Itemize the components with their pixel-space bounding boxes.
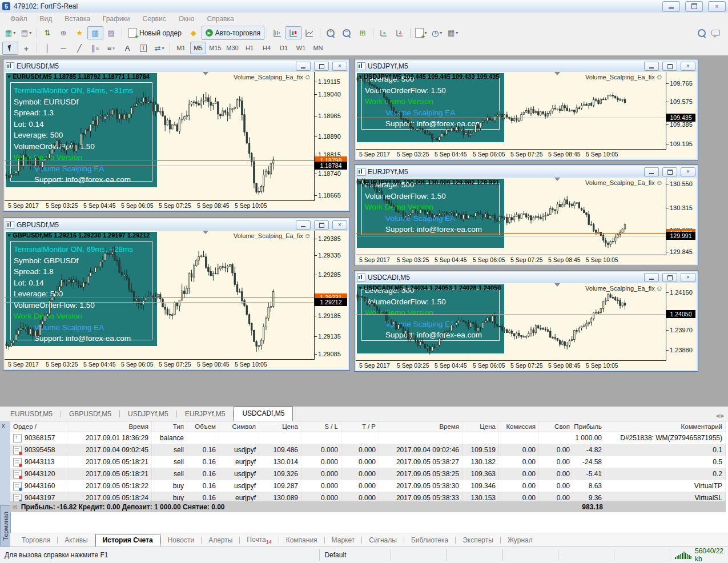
text-button[interactable]: A bbox=[119, 42, 135, 55]
column-header[interactable]: Комиссия bbox=[499, 421, 539, 432]
chart-tab-usdcadfm5[interactable]: USDCADf,M5 bbox=[234, 407, 293, 421]
ea-label[interactable]: Volume_Scalping_Ea_fix☺ bbox=[585, 179, 663, 187]
column-header[interactable]: Комментарий bbox=[605, 421, 726, 432]
tile-windows-button[interactable]: ⊞ bbox=[355, 26, 371, 39]
chart-tab-eurjpyfm5[interactable]: EURJPYf,M5 bbox=[177, 408, 234, 421]
period-button-M5[interactable]: M5 bbox=[190, 42, 206, 54]
column-header[interactable]: T / P bbox=[341, 421, 379, 432]
chart-window-titlebar[interactable]: GBPUSDf,M5× bbox=[5, 219, 348, 231]
menu-Сервис[interactable]: Сервис bbox=[137, 14, 172, 24]
chart-close-button[interactable]: × bbox=[332, 62, 347, 71]
arrows-button[interactable]: ⇄▾ bbox=[151, 42, 167, 55]
crosshair-tool-button[interactable]: + bbox=[18, 42, 34, 55]
title-bar[interactable]: 5 479102: FortFS-Real × bbox=[0, 0, 728, 13]
menu-Справка[interactable]: Справка bbox=[202, 14, 240, 24]
chart-minimize-button[interactable] bbox=[644, 167, 659, 176]
column-header[interactable]: Цена bbox=[462, 421, 499, 432]
zoom-in-button[interactable]: + bbox=[323, 26, 339, 39]
chart-tab-usdjpyfm5[interactable]: USDJPYf,M5 bbox=[120, 408, 176, 421]
status-profile[interactable]: Default bbox=[320, 547, 391, 563]
new-order-button[interactable]: + Новый ордер bbox=[124, 26, 186, 40]
terminal-tab-библиотека[interactable]: Библиотека bbox=[404, 534, 455, 546]
chart-restore-button[interactable] bbox=[314, 220, 329, 230]
chart-minimize-button[interactable] bbox=[296, 220, 311, 230]
ea-label[interactable]: Volume_Scalping_Ea_fix☺ bbox=[234, 232, 311, 240]
chart-restore-button[interactable] bbox=[662, 273, 677, 282]
menu-Окно[interactable]: Окно bbox=[173, 14, 200, 24]
terminal-close-icon[interactable]: x bbox=[2, 423, 5, 428]
period-button-H4[interactable]: H4 bbox=[259, 42, 275, 54]
column-header[interactable]: Цена bbox=[259, 421, 301, 432]
close-button[interactable]: × bbox=[708, 1, 726, 12]
column-header[interactable]: S / L bbox=[301, 421, 341, 432]
column-header[interactable]: Время bbox=[67, 421, 152, 432]
terminal-tab-торговля[interactable]: Торговля bbox=[15, 534, 57, 546]
chart-restore-button[interactable] bbox=[662, 167, 677, 176]
horizontal-line-button[interactable]: ─ bbox=[55, 42, 71, 55]
terminal-tab-эксперты[interactable]: Эксперты bbox=[456, 534, 500, 546]
table-header-row[interactable]: Ордер /ВремяТипОбъемСимволЦенаS / LT / P… bbox=[10, 421, 726, 432]
column-header[interactable]: Объем bbox=[187, 421, 219, 432]
history-row-90443120[interactable]: 904431202017.09.05 05:18:21sell0.16usdjp… bbox=[10, 468, 726, 480]
terminal-tab-история-счета[interactable]: История Счета bbox=[95, 534, 160, 547]
terminal-tab-журнал[interactable]: Журнал bbox=[501, 534, 540, 546]
history-row-90443160[interactable]: 904431602017.09.05 05:18:22buy0.16usdjpy… bbox=[10, 480, 726, 492]
history-row-90443113[interactable]: 904431132017.09.05 05:18:21sell0.16eurjp… bbox=[10, 456, 726, 468]
favorites-button[interactable]: ★ bbox=[71, 26, 87, 39]
new-chart-button[interactable]: ▦▾ bbox=[2, 26, 18, 39]
chart-close-button[interactable]: × bbox=[681, 167, 695, 176]
chart-minimize-button[interactable] bbox=[296, 62, 311, 71]
autotrade-button[interactable]: ▶ Авто-торговля bbox=[202, 26, 264, 40]
period-button-M1[interactable]: M1 bbox=[173, 42, 189, 54]
ea-label[interactable]: Volume_Scalping_Ea_fix☺ bbox=[234, 73, 311, 81]
fibonacci-button[interactable]: ≡F bbox=[103, 42, 119, 55]
chart-plot-eurjpyf[interactable]: Leverage: 500VolumeOrderFlow: 1.50Work D… bbox=[356, 178, 666, 255]
chart-plot-eurusdf[interactable]: TerminalMonitor ON, 84ms, ~31msSymbol: E… bbox=[5, 72, 315, 201]
data-window-button[interactable]: ▨ bbox=[103, 26, 119, 39]
terminal-tab-новости[interactable]: Новости bbox=[161, 534, 201, 546]
column-header[interactable]: Ордер / bbox=[10, 421, 67, 432]
menu-Вставка[interactable]: Вставка bbox=[59, 14, 96, 24]
column-header[interactable]: Символ bbox=[219, 421, 259, 432]
chart-window-titlebar[interactable]: EURUSDf,M5× bbox=[5, 61, 348, 72]
column-header[interactable]: Тип bbox=[152, 421, 187, 432]
chart-close-button[interactable]: × bbox=[332, 220, 347, 230]
vertical-line-button[interactable]: │ bbox=[39, 42, 55, 55]
ea-label[interactable]: Volume_Scalping_Ea_fix☺ bbox=[585, 73, 663, 81]
chart-window-titlebar[interactable]: USDCADf,M5× bbox=[356, 272, 697, 283]
text-label-button[interactable]: T bbox=[135, 42, 151, 55]
chart-minimize-button[interactable] bbox=[644, 62, 659, 71]
terminal-tab-почта[interactable]: Почта14 bbox=[240, 534, 278, 546]
channel-button[interactable]: ∥E bbox=[87, 42, 103, 55]
period-button-M30[interactable]: M30 bbox=[224, 42, 240, 54]
chart-restore-button[interactable] bbox=[314, 62, 329, 71]
history-row-90368157[interactable]: 903681572017.09.01 18:36:29balance1 000.… bbox=[10, 432, 726, 444]
history-row-90395458[interactable]: 903954582017.09.04 09:02:45sell0.16usdjp… bbox=[10, 444, 726, 456]
line-chart-button[interactable] bbox=[301, 26, 317, 39]
chart-tab-gbpusdfm5[interactable]: GBPUSDf,M5 bbox=[61, 408, 119, 421]
bar-chart-button[interactable] bbox=[270, 26, 285, 39]
chart-minimize-button[interactable] bbox=[644, 273, 659, 282]
chat-icon[interactable] bbox=[711, 30, 720, 36]
auto-scroll-button[interactable] bbox=[376, 26, 392, 39]
chart-window-titlebar[interactable]: USDJPYf,M5× bbox=[356, 61, 697, 72]
column-header[interactable]: Прибыль bbox=[573, 421, 605, 432]
minimize-button[interactable] bbox=[662, 1, 680, 12]
periods-button[interactable]: ◷▾ bbox=[429, 26, 445, 39]
terminal-tab-сигналы[interactable]: Сигналы bbox=[362, 534, 404, 546]
crosshair-target-button[interactable]: ⊕ bbox=[55, 26, 71, 39]
symbols-button[interactable]: ⇅ bbox=[39, 26, 55, 39]
column-header[interactable]: Время bbox=[379, 421, 462, 432]
zoom-out-button[interactable]: − bbox=[339, 26, 355, 39]
chart-tab-eurusdfm5[interactable]: EURUSDf,M5 bbox=[2, 408, 61, 421]
chart-shift-button[interactable] bbox=[392, 26, 408, 39]
menu-Файл[interactable]: Файл bbox=[5, 14, 33, 24]
chart-window-titlebar[interactable]: EURJPYf,M5× bbox=[356, 166, 697, 178]
chart-plot-usdjpyf[interactable]: Leverage: 500VolumeOrderFlow: 1.50Work D… bbox=[356, 72, 666, 150]
candlestick-chart-button[interactable] bbox=[285, 26, 301, 39]
period-button-M15[interactable]: M15 bbox=[207, 42, 223, 54]
menu-Графики[interactable]: Графики bbox=[97, 14, 136, 24]
terminal-tab-алерты[interactable]: Алерты bbox=[202, 534, 239, 546]
period-button-W1[interactable]: W1 bbox=[293, 42, 309, 54]
terminal-tab-активы[interactable]: Активы bbox=[58, 534, 95, 546]
